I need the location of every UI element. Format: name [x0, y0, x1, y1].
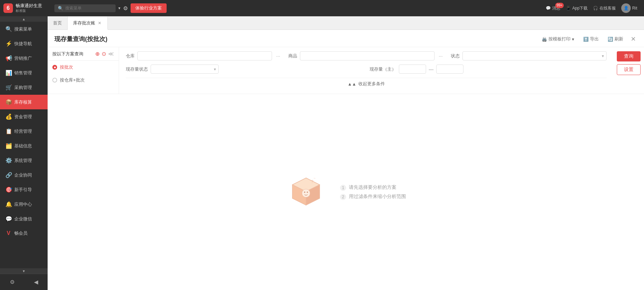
sidebar-item-marketing[interactable]: 📢 营销推广	[0, 51, 48, 66]
sidebar-item-wechat[interactable]: 💬 企业微信	[0, 212, 48, 226]
radio-by-warehouse-batch	[52, 78, 57, 83]
collapse-panel-button[interactable]: ≪	[108, 51, 114, 57]
sidebar-finance-label: 资金管理	[14, 114, 32, 120]
add-scheme-button[interactable]: ⊕	[95, 51, 100, 57]
marketing-icon: 📢	[5, 55, 12, 61]
stock-status-select-wrapper: 全部	[151, 65, 219, 74]
scheme-by-warehouse-batch-label: 按仓库+批次	[60, 77, 85, 83]
collapse-up-icon: ▲▲	[348, 81, 356, 87]
sidebar-wechat-label: 企业微信	[14, 216, 32, 222]
header-search-box[interactable]: 🔍	[54, 4, 116, 12]
print-icon: 🖨️	[542, 37, 547, 42]
app-download-action[interactable]: 📱 App下载	[566, 5, 588, 11]
filter-section: 按以下方案查询 ⊕ ⊙ ≪ 按批次	[48, 47, 644, 94]
query-button[interactable]: 查询	[617, 51, 641, 61]
sidebar: ▲ 🔍 搜索菜单 ⚡ 快捷导航 📢 营销推广 📊 销售管理 🛒 采购管理	[0, 16, 48, 290]
product-label: 商品	[288, 53, 297, 59]
header-dropdown-button[interactable]: ▾	[118, 6, 120, 11]
set-button[interactable]: 设置	[617, 64, 641, 75]
sidebar-operation-label: 经营管理	[14, 128, 32, 134]
sidebar-member-label: 畅会员	[14, 230, 28, 236]
print-template-button[interactable]: 🖨️ 按模板打印 ▾	[539, 35, 577, 43]
stock-status-select[interactable]: 全部	[151, 65, 219, 74]
sidebar-item-enterprise[interactable]: 🔗 企业协同	[0, 168, 48, 182]
search-menu-icon: 🔍	[5, 26, 12, 32]
refresh-button[interactable]: 🔄 刷新	[605, 35, 626, 43]
scheme-item-by-warehouse-batch[interactable]: 按仓库+批次	[48, 74, 119, 87]
online-service-action[interactable]: 🎧 在线客服	[593, 5, 616, 11]
sidebar-quick-nav-label: 快捷导航	[14, 41, 32, 47]
sidebar-item-finance[interactable]: 💰 资金管理	[0, 109, 48, 124]
sidebar-item-apps[interactable]: 🔔 应用中心	[0, 197, 48, 212]
sidebar-item-sales[interactable]: 📊 销售管理	[0, 66, 48, 80]
sidebar-scroll-up[interactable]: ▲	[0, 16, 48, 22]
scheme-settings-button[interactable]: ⊙	[102, 51, 106, 57]
sidebar-settings-button[interactable]: ⚙	[8, 277, 17, 287]
apps-icon: 🔔	[5, 201, 12, 207]
logo-area: 6 畅康通好生意 标准版	[3, 3, 51, 13]
sales-icon: 📊	[5, 70, 12, 76]
header-search-input[interactable]	[65, 6, 106, 11]
user-name: Rit	[632, 6, 637, 11]
left-panel-title: 按以下方案查询	[52, 51, 83, 57]
online-service-label: 在线客服	[599, 5, 616, 11]
logo-text-block: 畅康通好生意 标准版	[16, 3, 42, 13]
operation-icon: 📋	[5, 128, 12, 134]
tab-home[interactable]: 首页	[48, 16, 68, 30]
sidebar-item-search[interactable]: 🔍 搜索菜单	[0, 22, 48, 36]
refresh-label: 刷新	[614, 36, 623, 42]
empty-state: ? ~ 1 请先选择要分析的方案 2 用过滤条件来缩小	[48, 94, 644, 290]
svg-text:?: ?	[311, 179, 313, 184]
header-gear-button[interactable]: ⚙	[123, 5, 128, 12]
experience-button[interactable]: 体验行业方案	[131, 3, 167, 13]
page-header: 现存量查询(按批次) 🖨️ 按模板打印 ▾ ⬆️ 导出 🔄 刷新	[48, 30, 644, 47]
sidebar-item-purchase[interactable]: 🛒 采购管理	[0, 80, 48, 95]
product-more-button[interactable]: ···	[437, 53, 444, 59]
status-select-wrapper: 全部	[462, 51, 607, 60]
filter-row-1: 仓库 ··· 商品 ··· 状态	[126, 51, 607, 60]
collapse-more-conditions-button[interactable]: ▲▲ 收起更多条件	[126, 78, 607, 90]
sidebar-system-label: 系统管理	[14, 158, 32, 164]
app-name: 畅康通好生意	[16, 3, 42, 8]
sidebar-item-system[interactable]: ⚙️ 系统管理	[0, 153, 48, 168]
empty-content: ? ~ 1 请先选择要分析的方案 2 用过滤条件来缩小	[286, 171, 406, 213]
hint-text-1: 请先选择要分析的方案	[349, 184, 396, 191]
sidebar-purchase-label: 采购管理	[14, 85, 32, 91]
wechat-icon: 💬	[5, 216, 12, 222]
finance-icon: 💰	[5, 113, 12, 120]
headset-icon: 🎧	[593, 6, 598, 11]
stock-qty-label: 现存量（主）	[370, 66, 396, 72]
purchase-icon: 🛒	[5, 84, 12, 91]
tab-close-button[interactable]: ✕	[97, 20, 102, 26]
stock-qty-max-input[interactable]	[436, 65, 463, 74]
warehouse-input[interactable]	[137, 51, 272, 60]
sidebar-item-member[interactable]: V 畅会员	[0, 226, 48, 240]
sidebar-collapse-button[interactable]: ◀	[32, 277, 40, 287]
sidebar-item-inventory[interactable]: 📦 库存核算	[0, 95, 48, 109]
quick-nav-icon: ⚡	[5, 40, 12, 47]
svg-point-5	[304, 192, 305, 193]
product-input[interactable]	[300, 51, 435, 60]
stock-qty-min-input[interactable]	[399, 65, 426, 74]
export-button[interactable]: ⬆️ 导出	[580, 35, 601, 43]
sidebar-item-quick-nav[interactable]: ⚡ 快捷导航	[0, 36, 48, 51]
sidebar-search-label: 搜索菜单	[14, 26, 32, 32]
sidebar-item-guide[interactable]: 🎯 新手引导	[0, 182, 48, 197]
warehouse-label: 仓库	[126, 53, 135, 59]
sidebar-item-basic[interactable]: 🗂️ 基础信息	[0, 139, 48, 153]
basic-icon: 🗂️	[5, 143, 12, 149]
empty-illustration: ? ~	[286, 171, 326, 213]
messages-badge: 99+	[555, 3, 564, 8]
warehouse-more-button[interactable]: ···	[275, 53, 282, 59]
hint-text-2: 用过滤条件来缩小分析范围	[349, 194, 406, 200]
user-area[interactable]: 👤 Rit	[621, 3, 637, 13]
tab-batch-account[interactable]: 库存批次账 ✕	[68, 17, 108, 30]
sidebar-scroll-down[interactable]: ▼	[0, 268, 48, 274]
sidebar-item-operation[interactable]: 📋 经营管理	[0, 124, 48, 139]
status-select[interactable]: 全部	[462, 51, 607, 60]
page-close-button[interactable]: ✕	[629, 34, 637, 44]
messages-action[interactable]: 💬 消息 99+	[546, 5, 560, 11]
sidebar-bottom: ⚙ ◀	[0, 274, 48, 290]
right-filter-container: 仓库 ··· 商品 ··· 状态	[119, 47, 644, 94]
scheme-item-by-batch[interactable]: 按批次	[48, 61, 119, 74]
